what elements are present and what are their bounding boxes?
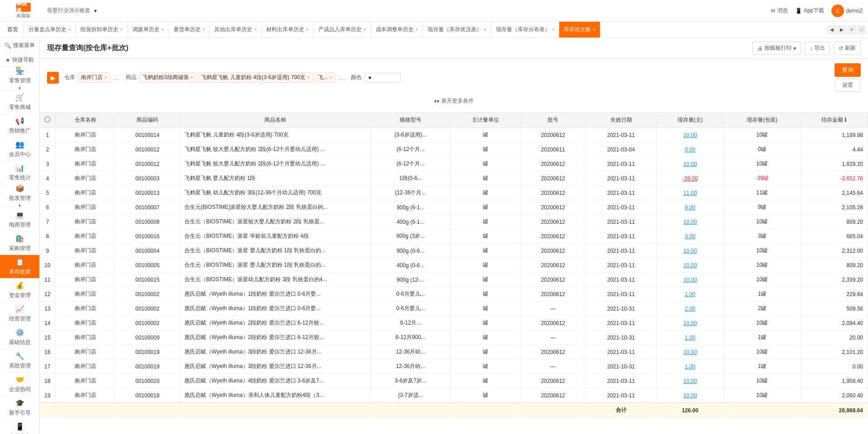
cell-qty-main[interactable]: 10.00 — [657, 258, 724, 273]
tab-mix[interactable]: 调拨单历史 × — [128, 22, 169, 38]
tab-next-btn[interactable]: ▶ — [837, 25, 846, 34]
sidebar-item-appstore[interactable]: 📱 应用中心 — [0, 420, 39, 434]
tab-material-out[interactable]: 材料出库单历史 × — [262, 22, 314, 38]
tab-stock-dist-close[interactable]: × — [552, 27, 555, 32]
cell-qty-main[interactable]: 9.00 — [657, 200, 724, 215]
sidebar-item-finance[interactable]: 💰 资金管理 — [0, 278, 39, 302]
cell-qty-main[interactable]: 10.00 — [657, 244, 724, 258]
user-avatar-area[interactable]: E demo2 — [831, 5, 863, 17]
cell-qty-main[interactable]: 10.00 — [657, 345, 724, 359]
settings-btn[interactable]: 设置 — [835, 79, 861, 92]
expand-more-btn[interactable]: ▾▾ 展开更多条件 — [434, 94, 474, 108]
sidebar-item-system[interactable]: 🔧 系统管理 — [0, 349, 39, 373]
cell-spec: (3-6岁适用)... — [371, 128, 451, 142]
tab-batch-billing-close[interactable]: × — [593, 27, 595, 32]
sidebar-item-newbie[interactable]: 🎓 新手引导 — [0, 396, 39, 420]
sidebar-item-members[interactable]: 👥 会员中心 — [0, 137, 39, 161]
sidebar-item-wholesale[interactable]: 📦 批发管理 ▼ — [0, 184, 39, 208]
sidebar-item-retail-stats[interactable]: 📊 零售统计 — [0, 161, 39, 184]
cell-qty-main[interactable]: 1.00 — [657, 359, 724, 374]
tab-expand-btn[interactable]: □ — [857, 25, 866, 34]
sidebar-item-search[interactable]: 🔍 搜索菜单 — [0, 38, 39, 53]
tab-unpack[interactable]: 组装拆卸单历史 × — [76, 22, 128, 38]
sidebar-item-quick-nav[interactable]: ★ 快捷导航 — [0, 53, 39, 67]
refresh-btn[interactable]: ↺ 刷新 — [834, 42, 861, 55]
cell-qty-main[interactable]: 10.00 — [657, 388, 724, 403]
product-more[interactable]: … — [338, 74, 345, 82]
warehouse-tag-1[interactable]: 南岸门店 × — [78, 72, 110, 83]
cell-qty-main[interactable]: 10.00 — [657, 128, 724, 142]
cell-code: 00100003 — [115, 171, 180, 186]
product-tag-3[interactable]: 飞... × — [315, 72, 335, 83]
sidebar-item-retail[interactable]: 🏪 零售管理 ▼ — [0, 67, 39, 90]
cell-amount: 2,145.64 — [801, 186, 868, 200]
tab-material-out-close[interactable]: × — [306, 27, 309, 32]
cell-warehouse: 南岸门店 — [56, 359, 115, 374]
sidebar-item-retail-mall[interactable]: 🛒 零售商城 — [0, 90, 39, 114]
product-tag-2-remove[interactable]: × — [307, 75, 310, 80]
cell-qty-main[interactable]: 1.00 — [657, 330, 724, 345]
product-tag-3-remove[interactable]: × — [330, 75, 332, 80]
page-title: 现存量查询(按仓库+批次) — [47, 43, 128, 53]
cell-qty-main[interactable]: 10.00 — [657, 374, 724, 388]
product-tag-2[interactable]: 飞鹤星飞帆 儿童奶粉 4段(3-6岁适用) 700克 × — [198, 72, 313, 83]
table-container[interactable]: 仓库名称 商品编码 商品名称 规格型号 主计量单位 批号 失效日期 现存量(主)… — [40, 113, 868, 434]
nav-dropdown[interactable]: ▾ — [94, 8, 97, 14]
cell-qty-pkg: 10罐 — [723, 215, 801, 229]
cell-expire: 2021-03-11 — [585, 171, 657, 186]
sidebar-item-base[interactable]: ⚙️ 基础信息 — [0, 326, 39, 349]
cell-qty-main[interactable]: -39.00 — [657, 171, 724, 186]
cell-qty-main[interactable]: 11.00 — [657, 186, 724, 200]
tab-require[interactable]: 要货单历史 × — [169, 22, 210, 38]
cell-qty-main[interactable]: 10.00 — [657, 316, 724, 330]
tab-unpack-close[interactable]: × — [120, 27, 123, 32]
tab-stock-dist-label: 现存量（库存分布表） — [496, 26, 550, 33]
sidebar-item-marketing[interactable]: 📢 营销推广 — [0, 114, 39, 137]
cell-qty-main[interactable]: 10.00 — [657, 273, 724, 287]
sidebar-item-enterprise[interactable]: 🤝 企业协同 — [0, 373, 39, 396]
tab-stock-status-close[interactable]: × — [484, 27, 486, 32]
tab-batch-billing[interactable]: 库存批次账 × — [559, 22, 600, 38]
tab-stock-status[interactable]: 现存量（库存状况表） × — [423, 22, 491, 38]
tab-other-out[interactable]: 其他出库单历史 × — [210, 22, 262, 38]
query-btn[interactable]: 查询 — [835, 63, 861, 77]
tab-stock-dist[interactable]: 现存量（库存分布表） × — [491, 22, 560, 38]
tab-cost-close[interactable]: × — [415, 27, 418, 32]
product-tag-1[interactable]: 飞鹤奶粉3段两罐装 × — [139, 72, 197, 83]
cell-qty-main[interactable]: 0.00 — [657, 142, 724, 157]
tab-cost[interactable]: 成本调整单历史 × — [371, 22, 423, 38]
tab-prev-btn[interactable]: ◀ — [827, 25, 836, 34]
warehouse-more[interactable]: … — [113, 74, 120, 82]
cell-spec: 900g (3岁... — [371, 229, 451, 244]
app-download-btn[interactable]: 📱 App下载 — [795, 7, 824, 14]
export-btn[interactable]: ↓ 导出 — [805, 42, 830, 55]
tab-product-in[interactable]: 产成品入库单历史 × — [314, 22, 371, 38]
cell-qty-main[interactable]: 10.00 — [657, 157, 724, 171]
tab-product-in-close[interactable]: × — [363, 27, 366, 32]
filter-expand-btn[interactable]: ▶ — [47, 72, 59, 84]
sidebar-item-business[interactable]: 📈 经营管理 — [0, 302, 39, 326]
tab-other-out-close[interactable]: × — [254, 27, 257, 32]
sidebar-item-purchase[interactable]: 🛍️ 采购管理 — [0, 231, 39, 255]
cell-no: 15 — [40, 330, 56, 345]
tab-mix-close[interactable]: × — [161, 27, 164, 32]
col-gear[interactable] — [40, 113, 56, 128]
template-print-btn[interactable]: 🖨 按模板打印 ▾ — [752, 42, 801, 55]
base-label: 基础信息 — [9, 339, 31, 346]
tab-close-btn[interactable]: × — [847, 25, 856, 34]
color-dropdown[interactable]: ▾ — [364, 73, 401, 83]
cell-code: 00100019 — [115, 359, 180, 374]
message-btn[interactable]: ✉ 消息 — [771, 7, 788, 14]
cell-qty-main[interactable]: 1.00 — [657, 287, 724, 302]
sidebar-item-inventory[interactable]: 📋 库存核算 — [0, 255, 39, 278]
cell-qty-main[interactable]: 3.00 — [657, 229, 724, 244]
tab-split[interactable]: 分量盘点单历史 × — [24, 22, 76, 38]
warehouse-tag-1-remove[interactable]: × — [104, 75, 107, 80]
cell-qty-main[interactable]: 10.00 — [657, 215, 724, 229]
sidebar-item-ecommerce[interactable]: 💻 电商管理 — [0, 208, 39, 231]
product-tag-1-remove[interactable]: × — [191, 75, 193, 80]
tab-home[interactable]: 首页 — [2, 22, 24, 38]
tab-require-close[interactable]: × — [203, 27, 205, 32]
cell-qty-main[interactable]: 2.00 — [657, 302, 724, 316]
tab-split-close[interactable]: × — [68, 27, 71, 32]
